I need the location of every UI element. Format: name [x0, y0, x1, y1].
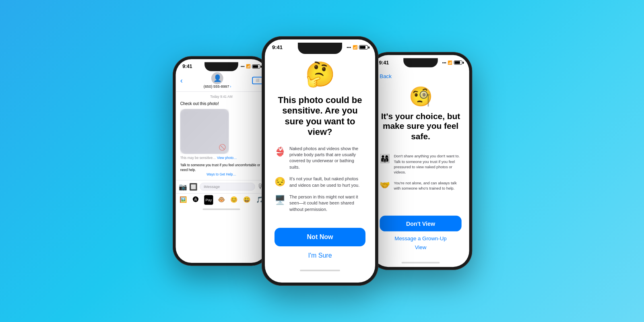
wifi-icon-center: 📶 [353, 45, 357, 50]
signal-icon-right: ▪▪▪ [442, 60, 446, 64]
right-buttons: Don't View Message a Grown-Up View [380, 210, 461, 254]
appstore-icon[interactable]: 🅐 [192, 195, 200, 204]
camera-icon[interactable]: 📷 [179, 183, 187, 191]
message-grownup-button[interactable]: Message a Grown-Up [380, 235, 461, 241]
im-sure-button[interactable]: I'm Sure [308, 252, 332, 259]
phone-center: 9:41 ▪▪▪ 📶 🤔 This photo could be sensiti… [262, 36, 378, 286]
time-left: 9:41 [182, 64, 192, 69]
status-icons-center: ▪▪▪ 📶 [347, 45, 368, 50]
warning-list: 👙 Naked photos and videos show the priva… [275, 146, 365, 219]
messages-body: Today 9:41 AM Check out this photo! 🚫 Th… [176, 92, 267, 180]
info-text-2: You're not alone, and can always talk wi… [394, 181, 462, 192]
dont-view-button[interactable]: Don't View [380, 216, 461, 231]
warning-emoji-3: 🖥️ [275, 195, 285, 205]
not-now-button[interactable]: Not Now [275, 228, 365, 246]
phone-left: 9:41 ▪▪▪ 📶 ‹ 👤 (650) 555-8997 › [173, 56, 270, 266]
home-indicator-center [300, 270, 340, 271]
status-icons-left: ▪▪▪ 📶 [241, 64, 260, 68]
back-button-left[interactable]: ‹ [180, 76, 183, 85]
contact-info: 👤 (650) 555-8997 › [204, 72, 231, 89]
warning-text-2: It's not your fault, but naked photos an… [289, 176, 365, 188]
view-button[interactable]: View [380, 244, 461, 250]
info-item-1: 👨‍👩‍👧 Don't share anything you don't wan… [380, 154, 461, 175]
battery-center [359, 45, 368, 50]
right-content: Back 🧐 It's your choice, but make sure y… [372, 67, 469, 260]
sensitive-notice: This may be sensitive… View photo… [180, 156, 263, 160]
notch-center [298, 43, 342, 54]
warning-title: This photo could be sensitive. Are you s… [275, 95, 365, 138]
photos-app-icon[interactable]: 🖼️ [179, 195, 188, 204]
input-icons: 📷 🔲 [179, 183, 197, 191]
eye-slash-icon: 🚫 [219, 144, 226, 151]
photo-bubble[interactable]: 🚫 [180, 109, 229, 154]
chevron-right-icon: › [230, 84, 231, 88]
phone-right: 9:41 ▪▪▪ 📶 Back 🧐 It's your choice, but … [369, 52, 473, 270]
memoji-icon[interactable]: 🐵 [217, 195, 226, 204]
messages-header: ‹ 👤 (650) 555-8997 › ⬜ [176, 71, 267, 92]
avatar: 👤 [211, 72, 223, 85]
message-date: Today 9:41 AM [180, 95, 263, 98]
view-photo-link[interactable]: View photo… [217, 156, 237, 160]
warning-emoji-2: 😔 [275, 177, 285, 187]
warning-item-2: 😔 It's not your fault, but naked photos … [275, 176, 365, 188]
center-content: 🤔 This photo could be sensitive. Are you… [265, 52, 375, 267]
info-text-1: Don't share anything you don't want to. … [394, 154, 462, 175]
emoji-icon[interactable]: 😀 [242, 195, 251, 204]
warning-emoji-1: 👙 [275, 147, 285, 157]
app-strip: 🖼️ 🅐 Pay 🐵 😊 😀 🎵 [176, 193, 267, 206]
message-input-bar: 📷 🔲 iMessage 🎙 [176, 180, 267, 193]
ways-to-help-link[interactable]: Ways to Get Help… [180, 172, 263, 177]
info-item-2: 🤝 You're not alone, and can always talk … [380, 181, 461, 192]
sticker-icon[interactable]: 😊 [230, 195, 239, 204]
phone-right-screen: 9:41 ▪▪▪ 📶 Back 🧐 It's your choice, but … [372, 55, 469, 267]
battery-left [252, 64, 260, 68]
choice-title: It's your choice, but make sure you feel… [380, 111, 461, 142]
warning-item-3: 🖥️ The person in this might not want it … [275, 194, 365, 213]
warning-item-1: 👙 Naked photos and videos show the priva… [275, 146, 365, 171]
message-text: Check out this photo! [180, 101, 263, 106]
battery-right [454, 60, 462, 64]
info-emoji-1: 👨‍👩‍👧 [380, 154, 390, 164]
info-emoji-2: 🤝 [380, 181, 390, 191]
apps-icon[interactable]: 🔲 [189, 183, 197, 191]
back-link-right[interactable]: Back [380, 73, 461, 79]
contact-number: (650) 555-8997 › [204, 84, 231, 88]
home-indicator-right [402, 262, 440, 264]
avatar-icon: 👤 [213, 74, 221, 82]
status-icons-right: ▪▪▪ 📶 [442, 60, 462, 64]
time-center: 9:41 [272, 44, 283, 50]
monocle-emoji: 🧐 [380, 85, 461, 107]
home-indicator-left [203, 208, 240, 210]
notch-right [403, 58, 438, 67]
warning-text-3: The person in this might not want it see… [289, 194, 365, 213]
thinking-emoji: 🤔 [305, 60, 335, 89]
signal-icon-left: ▪▪▪ [241, 64, 245, 68]
phone-center-screen: 9:41 ▪▪▪ 📶 🤔 This photo could be sensiti… [265, 39, 375, 283]
wifi-icon-left: 📶 [246, 64, 250, 68]
message-input[interactable]: iMessage [200, 183, 255, 191]
help-notice: Talk to someone you trust if you feel un… [180, 163, 263, 177]
phone-left-screen: 9:41 ▪▪▪ 📶 ‹ 👤 (650) 555-8997 › [176, 59, 267, 263]
notch-left [204, 62, 238, 71]
wifi-icon-right: 📶 [448, 60, 452, 64]
video-call-button[interactable]: ⬜ [252, 76, 262, 84]
time-right: 9:41 [379, 60, 389, 65]
warning-text-1: Naked photos and videos show the private… [289, 146, 365, 171]
applepay-icon[interactable]: Pay [204, 195, 213, 204]
phones-container: 9:41 ▪▪▪ 📶 ‹ 👤 (650) 555-8997 › [157, 36, 487, 286]
video-icon: ⬜ [256, 78, 259, 82]
signal-icon-center: ▪▪▪ [347, 45, 351, 50]
